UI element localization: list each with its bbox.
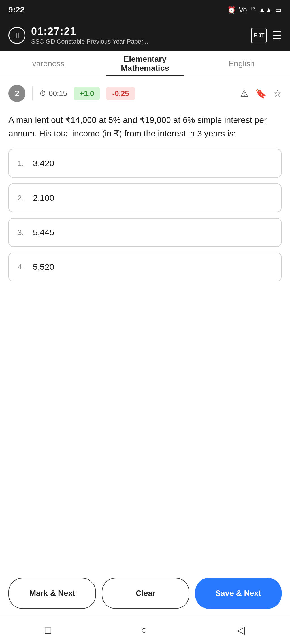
signal-icon: Vo <box>239 6 247 14</box>
clear-button[interactable]: Clear <box>102 578 189 609</box>
bottom-bar: Mark & Next Clear Save & Next <box>0 571 290 616</box>
ebook-icon: E 3T <box>253 33 264 38</box>
question-meta: 2 ⏱ 00:15 +1.0 -0.25 ⚠ 🔖 ☆ <box>0 76 290 105</box>
network-icon: ⁴ᴳ <box>250 6 256 14</box>
positive-badge: +1.0 <box>74 87 100 100</box>
question-actions: ⚠ 🔖 ☆ <box>240 88 282 99</box>
option-2-text: 2,100 <box>33 193 54 203</box>
warning-icon[interactable]: ⚠ <box>240 88 248 99</box>
tab-elementary-mathematics[interactable]: Elementary Mathematics <box>97 51 193 76</box>
option-4-number: 4. <box>18 263 26 271</box>
status-time: 9:22 <box>8 5 24 14</box>
header-icons: E 3T ☰ <box>251 28 282 43</box>
option-1[interactable]: 1. 3,420 <box>8 149 282 178</box>
header: ⏸ 01:27:21 SSC GD Constable Previous Yea… <box>0 20 290 51</box>
divider <box>32 86 33 100</box>
status-icons: ⏰ Vo ⁴ᴳ ▲▲ ▭ <box>227 6 282 14</box>
battery-icon: ▭ <box>275 6 282 14</box>
save-next-button[interactable]: Save & Next <box>195 578 282 609</box>
option-2[interactable]: 2. 2,100 <box>8 183 282 212</box>
signal-bars-icon: ▲▲ <box>259 6 272 14</box>
option-1-text: 3,420 <box>33 159 54 168</box>
option-2-number: 2. <box>18 194 26 202</box>
option-3-text: 5,445 <box>33 228 54 237</box>
mark-next-button[interactable]: Mark & Next <box>8 578 96 609</box>
star-icon[interactable]: ☆ <box>273 88 282 99</box>
option-4[interactable]: 4. 5,520 <box>8 253 282 281</box>
option-3[interactable]: 3. 5,445 <box>8 218 282 247</box>
ebook-icon-box[interactable]: E 3T <box>251 28 267 43</box>
clock-icon: ⏱ <box>40 89 46 97</box>
header-timer: 01:27:21 SSC GD Constable Previous Year … <box>31 25 246 45</box>
question-number: 2 <box>8 85 25 102</box>
tab-english[interactable]: English <box>193 51 290 76</box>
status-bar: 9:22 ⏰ Vo ⁴ᴳ ▲▲ ▭ <box>0 0 290 20</box>
bookmark-icon[interactable]: 🔖 <box>255 88 266 99</box>
negative-badge: -0.25 <box>106 87 135 100</box>
alarm-icon: ⏰ <box>227 6 236 14</box>
nav-circle-icon[interactable]: ○ <box>141 624 147 636</box>
tab-vareness[interactable]: vareness <box>0 51 97 76</box>
pause-icon: ⏸ <box>13 31 21 40</box>
question-time: ⏱ 00:15 <box>40 89 67 98</box>
nav-bar: □ ○ ◁ <box>0 616 290 644</box>
option-3-number: 3. <box>18 228 26 237</box>
option-4-text: 5,520 <box>33 262 54 272</box>
question-body: A man lent out ₹14,000 at 5% and ₹19,000… <box>0 105 290 146</box>
options-container: 1. 3,420 2. 2,100 3. 5,445 4. 5,520 <box>0 146 290 284</box>
exam-title: SSC GD Constable Previous Year Paper... <box>31 38 246 45</box>
menu-button[interactable]: ☰ <box>272 29 282 41</box>
tab-navigation: vareness Elementary Mathematics English <box>0 51 290 76</box>
timer-display: 01:27:21 <box>31 25 246 37</box>
pause-button[interactable]: ⏸ <box>8 27 25 44</box>
nav-square-icon[interactable]: □ <box>45 624 51 636</box>
option-1-number: 1. <box>18 159 26 168</box>
nav-back-icon[interactable]: ◁ <box>237 624 245 636</box>
